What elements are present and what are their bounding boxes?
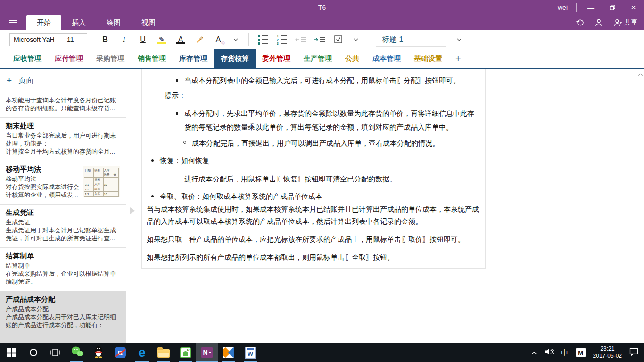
note-paragraph[interactable]: 如果想把所列示的所有产成品的单位成本都取出，则用鼠标单击〖全取〗按钮。: [147, 251, 480, 263]
action-center-button[interactable]: [629, 348, 638, 358]
section-tab-payables[interactable]: 应付管理: [48, 49, 90, 68]
start-button[interactable]: [0, 343, 23, 362]
edge-taskbar-button[interactable]: e: [131, 343, 153, 362]
font-size-select[interactable]: 11: [63, 34, 87, 46]
user-name: wei: [558, 4, 568, 11]
page-list-item-product-cost-allocation[interactable]: 产成品成本分配产成品成本分配 产成品成本分配表用于对已入库未记明细账的产成品进行…: [0, 291, 126, 343]
volume-button[interactable]: [545, 348, 554, 357]
note-list-item[interactable]: 全取、取价：如何取成本核算系统的产成品单位成本: [151, 189, 480, 203]
note-canvas[interactable]: 当成本分配列表中的金额已输入完后，可进行成本分配，用鼠标单击〖分配〗按钮即可。提…: [127, 69, 644, 343]
ribbon-tab-home[interactable]: 开始: [26, 15, 61, 30]
section-tab-purchasing[interactable]: 采购管理: [90, 49, 131, 68]
font-name-select[interactable]: Microsoft YaH: [10, 34, 63, 46]
format-painter-button[interactable]: [190, 33, 209, 47]
clock[interactable]: 23:21 2017-05-02: [593, 346, 622, 360]
title-bar: T6 wei — ×: [0, 0, 644, 15]
cortana-button[interactable]: [23, 343, 44, 362]
radmin-taskbar-button[interactable]: R: [174, 343, 196, 362]
tray-expand-button[interactable]: [531, 348, 537, 357]
section-tab-stock-accounting[interactable]: 存货核算: [214, 49, 256, 68]
note-paragraph[interactable]: 进行成本分配后，用鼠标单击〖恢复〗按钮即可清空已分配的数据。: [184, 172, 480, 186]
todo-tag-button[interactable]: [329, 33, 348, 47]
page-item-title: 期末处理: [6, 122, 120, 131]
clock-date: 2017-05-02: [593, 353, 622, 360]
bullet-list-button[interactable]: [254, 33, 272, 47]
restore-icon: [610, 5, 615, 10]
toolbar-divider: [248, 33, 249, 46]
note-paragraph[interactable]: 提示：: [165, 89, 480, 102]
minimize-button[interactable]: —: [580, 0, 602, 15]
ime-language-button[interactable]: 中: [561, 348, 569, 357]
restore-button[interactable]: [602, 0, 623, 15]
page-list-item-moving-average[interactable]: 移动平均法移动平均法 对存货按照实际成本进行会计核算的企业，领用或发...日期摘…: [0, 161, 126, 205]
action-center-icon: [629, 348, 638, 356]
note-list-item[interactable]: 成本分配时，先求出平均单价，某存货的金额除以数量为此存货的单价，再将详细信息中此…: [176, 107, 480, 134]
section-tab-outsourcing[interactable]: 委外管理: [256, 49, 297, 68]
style-select[interactable]: 标题 1: [376, 33, 446, 47]
page-content[interactable]: 当成本分配列表中的金额已输入完后，可进行成本分配，用鼠标单击〖分配〗按钮即可。提…: [141, 69, 486, 269]
bullet-glyph: [176, 79, 178, 82]
section-tab-receivables[interactable]: 应收管理: [7, 49, 48, 68]
add-page-button[interactable]: + 页面: [0, 69, 126, 92]
word-taskbar-button[interactable]: W: [239, 343, 261, 362]
chevron-down-icon: [233, 38, 238, 41]
b-app-taskbar-button[interactable]: B: [109, 343, 131, 362]
clear-formatting-icon: A: [216, 35, 221, 44]
close-button[interactable]: ×: [623, 0, 644, 15]
vertical-scrollbar[interactable]: [637, 69, 644, 343]
undo-button[interactable]: [576, 19, 584, 26]
page-item-preview: 生成凭证 生成凭证用于对本会计月已记账单据生成凭证，并可对已生成的所有凭证进行查…: [6, 218, 120, 242]
ribbon-tabs: 开始插入绘图视图: [26, 15, 166, 30]
section-tab-common[interactable]: 公共: [339, 49, 366, 68]
task-view-button[interactable]: [44, 343, 66, 362]
note-list-item[interactable]: 成本分配完后，直接退出，用户可以调出产成品入库单，查看成本分配的情况。: [183, 136, 480, 150]
page-list-item-generate-voucher[interactable]: 生成凭证生成凭证 生成凭证用于对本会计月已记账单据生成凭证，并可对已生成的所有凭…: [0, 205, 126, 248]
numbered-list-button[interactable]: 123: [272, 33, 291, 47]
radmin-icon: R: [180, 347, 191, 358]
section-tab-inventory[interactable]: 库存管理: [173, 49, 214, 68]
increase-indent-button[interactable]: [310, 33, 329, 47]
vmware-taskbar-button[interactable]: [218, 343, 239, 362]
note-paragraph[interactable]: 如果想只取一种产成品的单位成本，应把光标放在所要求的产成品上，用鼠标单击〖取价〗…: [147, 233, 480, 246]
section-tab-production[interactable]: 生产管理: [297, 49, 339, 68]
ribbon-tab-draw[interactable]: 绘图: [96, 15, 131, 30]
note-paragraph[interactable]: 当与成本核算系统集成使用时，如果成本核算系统本月已结账并且已计算出产成品的单位成…: [147, 203, 480, 228]
bold-button[interactable]: B: [96, 33, 115, 47]
add-section-button[interactable]: +: [449, 49, 468, 68]
qq-taskbar-button[interactable]: [88, 343, 109, 362]
task-view-icon: [50, 349, 60, 356]
account-button[interactable]: [594, 18, 603, 27]
italic-button[interactable]: I: [115, 33, 133, 47]
share-button[interactable]: 共享: [613, 18, 637, 27]
titlebar-divider: [576, 3, 577, 12]
underline-button[interactable]: U: [133, 33, 152, 47]
tags-chevron[interactable]: [348, 33, 364, 47]
section-tab-basic-settings[interactable]: 基础设置: [407, 49, 449, 68]
page-list-item-settlement-order[interactable]: 结算制单结算制单 在完成采购结算后，企业可以根据结算单编制凭证。: [0, 248, 126, 291]
file-explorer-taskbar-button[interactable]: [153, 343, 174, 362]
page-list-item-inventory-ledger[interactable]: 本功能用于查询本会计年度各月份已记账的各存货的明细账。只能查询末级存货...: [0, 92, 126, 118]
ribbon-tab-insert[interactable]: 插入: [61, 15, 96, 30]
scroll-up-icon[interactable]: [638, 73, 643, 76]
onenote-taskbar-button[interactable]: N: [196, 343, 218, 362]
page-list-item-period-end[interactable]: 期末处理当日常业务全部完成后，用户可进行期末处理，功能是： 计算按全月平均方式核…: [0, 118, 126, 161]
styles-chevron[interactable]: [451, 33, 467, 47]
wechat-taskbar-button[interactable]: [66, 343, 88, 362]
note-list-item[interactable]: 当成本分配列表中的金额已输入完后，可进行成本分配，用鼠标单击〖分配〗按钮即可。: [176, 74, 480, 87]
page-item-text: 移动平均法移动平均法 对存货按照实际成本进行会计核算的企业，领用或发...: [6, 165, 80, 199]
clear-formatting-button[interactable]: A ◇: [209, 33, 228, 47]
note-list-item[interactable]: 恢复：如何恢复: [151, 154, 480, 167]
highlight-button[interactable]: ✎: [152, 33, 171, 47]
section-tab-cost[interactable]: 成本管理: [366, 49, 407, 68]
menu-button[interactable]: [0, 15, 26, 30]
ribbon-tab-view[interactable]: 视图: [131, 15, 166, 30]
paragraph-handle-icon[interactable]: [130, 207, 135, 214]
font-color-button[interactable]: A: [171, 33, 190, 47]
person-plus-icon: [613, 18, 622, 27]
note-text: 全取、取价：如何取成本核算系统的产成品单位成本: [160, 189, 322, 203]
ime-mode-button[interactable]: M: [576, 348, 586, 357]
word-icon: W: [245, 347, 256, 359]
plus-icon: +: [7, 75, 12, 86]
section-tab-sales[interactable]: 销售管理: [131, 49, 173, 68]
font-more-chevron[interactable]: [228, 33, 244, 47]
